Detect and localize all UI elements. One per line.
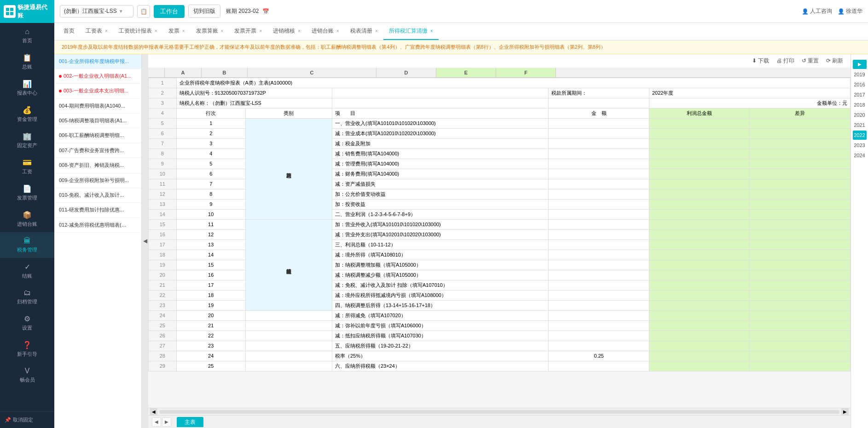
row-col-f-16[interactable] (750, 280, 851, 290)
row-col-d-0[interactable] (549, 118, 649, 128)
row-col-d-3[interactable] (549, 148, 649, 159)
row-col-a-6[interactable]: 7 (176, 179, 245, 189)
switch-version-button[interactable]: 切到旧版 (188, 5, 220, 18)
row-col-a-8[interactable]: 9 (176, 199, 245, 209)
refresh-button[interactable]: ⟳ 刷新 (826, 57, 843, 65)
row-col-d-2[interactable] (549, 138, 649, 148)
row-col-c-20[interactable]: 减：弥补以前年度亏损（填写A106000） (332, 320, 549, 331)
row-col-f-6[interactable] (750, 179, 851, 189)
row-col-d-4[interactable] (549, 159, 649, 169)
tab-close-6[interactable]: × (298, 29, 301, 34)
service-button[interactable]: 👤 人工咨询 (802, 7, 832, 15)
row-col-a-11[interactable]: 12 (176, 229, 245, 240)
form-list-item-002[interactable]: 002-一般企业收入明细表(A1... (54, 69, 141, 84)
row-col-e-18[interactable] (649, 300, 749, 310)
year-item-2022[interactable]: 2022 (853, 131, 867, 140)
tab-close-3[interactable]: × (182, 29, 185, 34)
row-col-d-7[interactable] (549, 189, 649, 199)
year-item-2024[interactable]: 2024 (853, 151, 867, 160)
row-col-c-17[interactable]: 减：境外应税所得抵减境内亏损（填写A108000） (332, 290, 549, 300)
row-col-c-9[interactable]: 二、营业利润（1-2-3-4-5-6-7-8+9） (332, 209, 549, 219)
form-list-item-001[interactable]: 001-企业所得税年度纳税申报... (54, 54, 141, 69)
sidebar-item-工资[interactable]: 💳工资 (0, 154, 54, 180)
row-col-e-22[interactable] (649, 341, 749, 351)
form-list-item-012[interactable]: 012-减免所得税优惠明细表(… (54, 218, 141, 233)
sidebar-item-设置[interactable]: ⚙设置 (0, 310, 54, 336)
row-col-a-20[interactable]: 21 (176, 320, 245, 331)
sheet-tab-0[interactable]: 主表 (177, 417, 203, 427)
hscroll-left-button[interactable]: ◀ (150, 408, 157, 416)
tab-0[interactable]: 首页 (58, 23, 80, 40)
row-col-f-19[interactable] (750, 310, 851, 320)
row-col-d-10[interactable] (549, 219, 649, 229)
row-col-a-0[interactable]: 1 (176, 118, 245, 128)
row-col-a-10[interactable]: 11 (176, 219, 245, 229)
row-col-f-5[interactable] (750, 169, 851, 179)
row-col-c-11[interactable]: 减：营业外支出(填写A102010\102020\103000) (332, 229, 549, 240)
reset-button[interactable]: ↺ 重置 (802, 57, 819, 65)
row-col-f-10[interactable] (750, 219, 851, 229)
row-col-a-19[interactable]: 20 (176, 310, 245, 320)
row-col-e-23[interactable] (649, 351, 749, 361)
row-col-f-20[interactable] (750, 320, 851, 331)
sidebar-item-畅会员[interactable]: V畅会员 (0, 362, 54, 388)
row-col-d-22[interactable] (549, 341, 649, 351)
row-col-d-16[interactable] (549, 280, 649, 290)
tab-close-2[interactable]: × (155, 29, 157, 34)
sidebar-item-新手引导[interactable]: ❓新手引导 (0, 336, 54, 362)
row-col-a-16[interactable]: 17 (176, 280, 245, 290)
sidebar-item-结账[interactable]: ✓结账 (0, 258, 54, 284)
row-col-d-8[interactable] (549, 199, 649, 209)
row-col-c-12[interactable]: 三、利润总额（10-11-12） (332, 240, 549, 250)
tab-9[interactable]: 所得税汇算清缴× (383, 23, 439, 40)
row-col-d-21[interactable] (549, 331, 649, 341)
form-list-item-003[interactable]: 003-一般企业成本支出明细... (54, 84, 141, 98)
year-item-2017[interactable]: 2017 (853, 90, 867, 99)
row-col-e-0[interactable] (649, 118, 749, 128)
row-col-a-3[interactable]: 4 (176, 148, 245, 159)
tab-close-8[interactable]: × (375, 29, 378, 34)
row-col-d-11[interactable] (549, 229, 649, 240)
form-list-item-007[interactable]: 007-广告费和业务宣传费跨... (54, 143, 141, 158)
row-col-d-6[interactable] (549, 179, 649, 189)
row-col-f-12[interactable] (750, 240, 851, 250)
row-col-a-21[interactable]: 22 (176, 331, 245, 341)
row-col-d-1[interactable] (549, 128, 649, 138)
row-col-d-19[interactable] (549, 310, 649, 320)
row-col-e-13[interactable] (649, 250, 749, 260)
row-col-d-24[interactable] (549, 361, 649, 371)
row-col-f-13[interactable] (750, 250, 851, 260)
row-col-e-11[interactable] (649, 229, 749, 240)
row-col-e-24[interactable] (649, 361, 749, 371)
row-col-a-7[interactable]: 8 (176, 189, 245, 199)
row-col-e-4[interactable] (649, 159, 749, 169)
hscroll-track[interactable] (159, 410, 839, 414)
row-col-e-12[interactable] (649, 240, 749, 250)
download-button[interactable]: ⬇ 下载 (752, 57, 769, 65)
row-col-a-14[interactable]: 15 (176, 260, 245, 270)
row-col-a-17[interactable]: 18 (176, 290, 245, 300)
form-list-item-004[interactable]: 004-期间费用明细表(A1040... (54, 99, 141, 114)
row-col-c-5[interactable]: 减：财务费用(填写A104000) (332, 169, 549, 179)
row-col-e-5[interactable] (649, 169, 749, 179)
row-col-c-24[interactable]: 六、应纳所得税额（23×24） (332, 361, 549, 371)
form-list-item-010[interactable]: 010-免税、减计收入及加计... (54, 188, 141, 203)
row-col-c-8[interactable]: 加：投资收益 (332, 199, 549, 209)
workbench-button[interactable]: 工作台 (154, 5, 185, 18)
row-col-f-22[interactable] (750, 341, 851, 351)
tab-5[interactable]: 发票开票× (229, 23, 267, 40)
year-expand-button[interactable]: ▶ (853, 60, 867, 69)
row-col-f-14[interactable] (750, 260, 851, 270)
row-col-a-2[interactable]: 3 (176, 138, 245, 148)
form-list-item-011[interactable]: 011-研发费用加计扣除优惠... (54, 203, 141, 217)
row-col-c-13[interactable]: 减：境外所得（填写A108010） (332, 250, 549, 260)
row-col-c-21[interactable]: 减：抵扣应纳税所得额（填写A107030） (332, 331, 549, 341)
row-col-f-0[interactable] (750, 118, 851, 128)
tab-7[interactable]: 进销台账× (306, 23, 345, 40)
sheet-prev-button[interactable]: ◀ (152, 417, 161, 427)
row-col-c-2[interactable]: 减：税金及附加 (332, 138, 549, 148)
collapse-button[interactable]: ◀ (142, 54, 148, 428)
year-item-2016[interactable]: 2016 (853, 80, 867, 89)
row-col-a-12[interactable]: 13 (176, 240, 245, 250)
document-icon[interactable]: 📋 (137, 5, 150, 18)
